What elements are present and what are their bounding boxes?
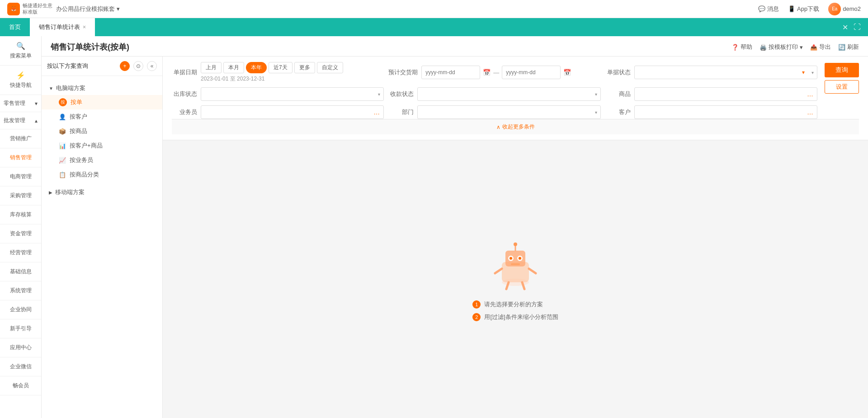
- salesperson-more-icon[interactable]: …: [373, 109, 380, 116]
- scheme-item-by-customer[interactable]: 👤 按客户: [42, 109, 162, 124]
- edit-scheme-btn[interactable]: ⊙: [133, 61, 143, 71]
- filter-salesperson: 业务员 …: [172, 105, 384, 119]
- help-btn[interactable]: ❓ 帮助: [731, 43, 752, 51]
- dept-select[interactable]: [417, 105, 600, 119]
- right-main: 单据日期 上月 本月 本年 近7天 更多 自定义 2023-01-01 至 20…: [163, 57, 868, 418]
- sidebar-item-wechat[interactable]: 企业微信: [0, 357, 41, 376]
- sidebar-item-guide[interactable]: 新手引导: [0, 319, 41, 338]
- tab-close-icon[interactable]: ×: [83, 24, 86, 30]
- product-scheme-icon: 📦: [59, 128, 66, 135]
- page-title: 销售订单统计表(按单): [51, 42, 129, 52]
- date-btn-this-month[interactable]: 本月: [223, 62, 244, 73]
- expected-date-start[interactable]: [421, 66, 480, 79]
- status-select[interactable]: [634, 66, 817, 79]
- collapse-panel-btn[interactable]: «: [147, 61, 157, 71]
- filter-delivery: 出库状态: [172, 87, 384, 101]
- tab-bar-right: ✕ ⛶: [842, 23, 868, 32]
- delivery-select-wrapper: [201, 87, 384, 101]
- maximize-icon[interactable]: ⛶: [854, 23, 861, 31]
- close-window-icon[interactable]: ✕: [842, 23, 848, 32]
- page-header: 销售订单统计表(按单) ❓ 帮助 🖨️ 按模板打印 ▾ 📤 导出 🔄 刷新: [42, 36, 868, 57]
- tab-home[interactable]: 首页: [0, 18, 30, 36]
- customer-product-icon: 📊: [59, 142, 66, 149]
- date-btn-last-month[interactable]: 上月: [201, 62, 222, 73]
- mobile-group-header[interactable]: ▶ 移动端方案: [42, 185, 162, 199]
- svg-point-13: [514, 242, 517, 246]
- help-icon: ❓: [731, 44, 739, 51]
- query-button[interactable]: 查询: [825, 63, 859, 77]
- sidebar-item-finance[interactable]: 资金管理: [0, 224, 41, 243]
- sidebar-item-enterprise[interactable]: 企业协同: [0, 300, 41, 319]
- collapse-icon: ∧: [496, 124, 500, 130]
- receipt-select[interactable]: [417, 87, 600, 101]
- sidebar-item-wholesale[interactable]: 批发管理 ▴: [0, 112, 41, 129]
- sidebar-item-search[interactable]: 🔍 搜索菜单: [0, 36, 41, 66]
- salesperson-icon: 📈: [59, 157, 66, 164]
- date-btn-7days[interactable]: 近7天: [269, 62, 292, 73]
- sidebar-item-system[interactable]: 系统管理: [0, 281, 41, 300]
- customer-more-icon[interactable]: …: [807, 109, 813, 116]
- scheme-item-by-salesperson[interactable]: 📈 按业务员: [42, 153, 162, 167]
- customer-input[interactable]: …: [634, 105, 817, 119]
- expected-date-end[interactable]: [502, 66, 561, 79]
- calendar-end-icon[interactable]: 📅: [563, 69, 571, 76]
- scheme-item-by-category[interactable]: 📋 按商品分类: [42, 167, 162, 182]
- date-range-display: 2023-01-01 至 2023-12-31: [201, 75, 264, 83]
- message-item[interactable]: 💬 消息: [758, 5, 779, 13]
- sidebar-item-nav[interactable]: ⚡ 快捷导航: [0, 66, 41, 95]
- svg-point-5: [509, 257, 512, 260]
- sidebar-item-basic[interactable]: 基础信息: [0, 262, 41, 281]
- panel-header: 按以下方案查询 + ⊙ «: [42, 57, 162, 76]
- nav-icon: ⚡: [16, 71, 25, 80]
- print-chevron-icon: ▾: [800, 44, 803, 51]
- collapse-bar[interactable]: ∧ 收起更多条件: [172, 119, 859, 134]
- export-icon: 📤: [810, 44, 817, 51]
- message-icon: 💬: [758, 5, 765, 12]
- scheme-group-mobile: ▶ 移动端方案: [42, 184, 162, 201]
- sidebar-item-ecommerce[interactable]: 电商管理: [0, 167, 41, 186]
- scheme-item-by-product[interactable]: 📦 按商品: [42, 124, 162, 138]
- print-btn[interactable]: 🖨️ 按模板打印 ▾: [760, 43, 803, 51]
- sidebar-item-inventory[interactable]: 库存核算: [0, 205, 41, 224]
- sidebar-item-marketing[interactable]: 营销推广: [0, 129, 41, 148]
- refresh-btn[interactable]: 🔄 刷新: [838, 43, 859, 51]
- step-2-num: 2: [472, 313, 481, 321]
- scheme-item-by-order[interactable]: 按 按单: [42, 95, 162, 109]
- sidebar-item-apps[interactable]: 应用中心: [0, 338, 41, 357]
- search-icon: 🔍: [16, 42, 25, 50]
- calendar-start-icon[interactable]: 📅: [483, 69, 491, 76]
- sidebar-item-retail[interactable]: 零售管理 ▾: [0, 95, 41, 112]
- top-bar-right: 💬 消息 📱 App下载 Ea demo2: [758, 3, 861, 15]
- status-expand-icon[interactable]: ▾: [802, 69, 805, 76]
- product-input[interactable]: …: [634, 87, 817, 101]
- date-btn-custom[interactable]: 自定义: [317, 62, 343, 73]
- date-btn-this-year[interactable]: 本年: [246, 62, 267, 73]
- product-more-icon[interactable]: …: [807, 90, 813, 98]
- scheme-item-by-customer-product[interactable]: 📊 按客户+商品: [42, 138, 162, 153]
- sidebar-item-management[interactable]: 经营管理: [0, 243, 41, 262]
- tab-sales-statistics[interactable]: 销售订单统计表 ×: [30, 18, 95, 36]
- filter-status: 单据状态 ▾: [605, 62, 817, 83]
- left-scheme-panel: 按以下方案查询 + ⊙ « ▼ 电脑端方案: [42, 57, 163, 418]
- sidebar: 🔍 搜索菜单 ⚡ 快捷导航 零售管理 ▾ 批发管理 ▴ 营销推广 销售管理 电商…: [0, 36, 42, 418]
- add-scheme-btn[interactable]: +: [120, 61, 130, 71]
- print-icon: 🖨️: [760, 44, 767, 51]
- user-item[interactable]: Ea demo2: [828, 3, 861, 15]
- salesperson-input[interactable]: …: [201, 105, 384, 119]
- sidebar-item-purchase[interactable]: 采购管理: [0, 186, 41, 205]
- export-btn[interactable]: 📤 导出: [810, 43, 831, 51]
- app-download-item[interactable]: 📱 App下载: [788, 5, 819, 13]
- filter-expected-date: 预计交货期 📅 — 📅: [388, 62, 600, 83]
- svg-line-9: [529, 269, 536, 273]
- company-selector[interactable]: 办公用品行业模拟账套 ▾: [56, 5, 120, 13]
- main-layout: 🔍 搜索菜单 ⚡ 快捷导航 零售管理 ▾ 批发管理 ▴ 营销推广 销售管理 电商…: [0, 36, 868, 418]
- settings-button[interactable]: 设置: [825, 80, 859, 94]
- empty-text: 1 请先选择要分析的方案 2 用[过滤]条件来缩小分析范围: [472, 300, 558, 321]
- date-btn-more[interactable]: 更多: [294, 62, 315, 73]
- sidebar-item-member[interactable]: 畅会员: [0, 376, 41, 395]
- filter-main: 单据日期 上月 本月 本年 近7天 更多 自定义 2023-01-01 至 20…: [172, 62, 817, 119]
- pc-group-header[interactable]: ▼ 电脑端方案: [42, 81, 162, 95]
- sidebar-item-sales[interactable]: 销售管理: [0, 148, 41, 167]
- empty-step-2: 2 用[过滤]条件来缩小分析范围: [472, 313, 558, 321]
- delivery-select[interactable]: [201, 87, 384, 101]
